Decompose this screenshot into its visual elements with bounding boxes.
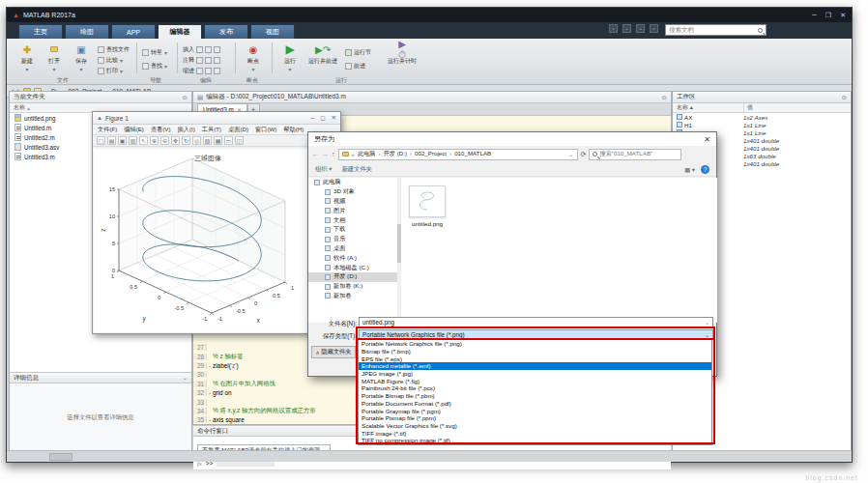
run-advance-button[interactable]: ▶↷ 运行并前进 [306,43,339,66]
dialog-sidebar-item[interactable]: 音乐 [308,235,397,244]
figure-menu-item[interactable]: 查看(V) [151,126,171,134]
dialog-breadcrumb-segment[interactable]: 此电脑 [358,150,376,158]
figure-close-icon[interactable]: ✕ [332,114,336,122]
maximize-icon[interactable]: ❐ [825,12,831,19]
dialog-sidebar-item[interactable]: 本地磁盘 (C:) [308,263,397,272]
filetype-option[interactable]: Portable Bitmap file (*.pbm) [359,392,711,400]
name-column-header[interactable]: 名称 [14,103,25,112]
doc-search-input[interactable]: 搜索文档 [665,24,767,36]
figure-menu-item[interactable]: 编辑(E) [124,126,144,134]
ribbon-tab-4[interactable]: 编辑器 [158,24,202,39]
address-dropdown-icon[interactable]: ⌄ [568,151,573,157]
help-icon[interactable]: ▫ [650,24,658,33]
filetype-option[interactable]: TIFF no compression image (*.tif) [359,437,711,444]
compare-button[interactable]: 比较 ▾ [98,56,123,65]
filetype-option[interactable]: Portable Graymap file (*.pgm) [359,407,711,414]
colorbar-icon[interactable]: ▦ [214,136,222,145]
filetype-option[interactable]: Paintbrush 24-bit file (*.pcx) [359,384,711,392]
dialog-sidebar-item[interactable]: 文档 [308,215,397,225]
new-folder-button[interactable]: 新建文件夹 [342,165,372,174]
dialog-close-icon[interactable]: ✕ [704,135,710,144]
workspace-row[interactable]: H11x1 Line [673,121,851,128]
organize-button[interactable]: 组织 ▾ [315,165,333,174]
legend-icon[interactable]: ▭ [224,136,233,145]
workspace-menu-icon[interactable]: ⊙ [842,94,847,101]
dialog-sidebar-item[interactable]: 桌面 [308,244,397,254]
filename-input[interactable]: untitled.png ⌄ [359,317,713,327]
view-mode-icon[interactable]: ▦ ▾ [684,166,695,173]
dialog-sidebar-item[interactable]: 视频 [308,197,397,207]
print-icon[interactable]: ▥ [129,136,137,145]
ribbon-tab-1[interactable]: 主页 [18,24,63,39]
file-thumbnail[interactable] [409,185,446,217]
zoom-out-icon[interactable]: ⊖ [160,136,169,145]
workspace-row[interactable]: AX1x2 Axes [673,113,851,121]
insert-button[interactable]: 插入 [183,45,220,54]
figure-menu-item[interactable]: 窗口(W) [255,126,276,134]
ribbon-tab-5[interactable]: 发布 [204,24,248,39]
ribbon-tab-6[interactable]: 视图 [250,24,295,39]
filetype-option[interactable]: Scalable Vector Graphics file (*.svg) [359,422,711,430]
dialog-address-bar[interactable]: «此电脑›开发 (D:)›002_Project›010_MATLAB ⌄ [338,149,578,160]
open-icon[interactable]: ▤ [107,136,116,145]
breakpoints-button[interactable]: ◉ 断点▾ [241,43,266,72]
filetype-option[interactable]: Enhanced metafile (*.emf) [359,362,711,370]
dialog-search-input[interactable]: 搜索"010_MATLAB" [589,149,681,160]
advance-button[interactable]: 前进 [345,62,365,71]
dock-icon[interactable]: ◫ [235,136,244,145]
figure-menu-item[interactable]: 帮助(H) [283,126,304,134]
new-button[interactable]: ✚ 新建▾ [14,43,40,72]
dialog-sidebar-item[interactable]: 3D 对象 [308,187,397,197]
filetype-option[interactable]: Portable Document Format (*.pdf) [359,400,711,408]
refresh-icon[interactable]: ⟳ [581,151,587,158]
minimized-panel-tab[interactable] [49,453,72,461]
dialog-back-icon[interactable]: ← [312,151,319,157]
rotate-icon[interactable]: ↻ [182,136,190,145]
dialog-sidebar-item[interactable]: 此电脑 [308,178,397,187]
ribbon-tab-2[interactable]: 绘图 [65,24,109,39]
dialog-sidebar-item[interactable]: 图片 [308,206,397,215]
dialog-sidebar-item[interactable]: 新加卷 (K:) [308,282,397,292]
hide-folders-button[interactable]: ∧ 隐藏文件夹 [311,346,356,358]
panel-menu-icon[interactable]: ⊙ [183,94,188,101]
minimize-icon[interactable]: ─ [812,12,817,19]
filename-dropdown-icon[interactable]: ⌄ [705,319,709,326]
run-time-button[interactable]: ▶⏱ 运行并计时 [386,43,419,66]
dialog-up-icon[interactable]: ↑ [332,151,335,157]
dialog-forward-icon[interactable]: → [322,151,329,157]
indent-button[interactable]: 缩进 [183,67,220,75]
dialog-help-icon[interactable]: ? [701,165,709,174]
pan-icon[interactable]: ✥ [171,136,180,145]
ribbon-tab-3[interactable]: APP [111,24,156,39]
figure-restore-icon[interactable]: ◻ [320,114,325,122]
figure-menu-item[interactable]: 文件(F) [98,126,117,134]
print-button[interactable]: 打印 ▾ [98,67,123,75]
workspace-name-header[interactable]: 名称 ▴ [677,103,743,112]
folder-icon[interactable]: ▫ [622,24,631,33]
brush-icon[interactable]: ▧ [203,136,212,145]
find-files-button[interactable]: 查找文件 [98,45,130,54]
save-button[interactable]: ▣ 保存▾ [69,43,94,72]
new-doc-icon[interactable]: ▢ [97,136,105,145]
figure-menu-item[interactable]: 工具(T) [202,126,221,134]
filetype-option[interactable]: JPEG image (*.jpg) [359,370,711,378]
figure-canvas[interactable]: 051015-1-0.500.51-1-0.500.51三维图像xyz [94,149,339,332]
editor-panel-menu-icon[interactable]: ⊙ [662,94,667,101]
save-icon[interactable]: ▣ [118,136,127,145]
figure-minimize-icon[interactable]: – [311,114,315,122]
dialog-sidebar-item[interactable]: 新加卷 [308,292,397,301]
filetype-option[interactable]: TIFF image (*.tif) [359,429,711,437]
dialog-sidebar-item[interactable]: 开发 (D:) [308,272,397,282]
datatip-icon[interactable]: ◎ [192,136,201,145]
comment-button[interactable]: 注释 [183,56,220,65]
filetype-option[interactable]: EPS file (*.eps) [359,355,711,362]
details-title[interactable]: 详细信息 [14,374,39,383]
command-window-title[interactable]: 命令行窗口 [197,427,229,436]
open-button[interactable]: 打开▾ [42,43,67,72]
dialog-sidebar-item[interactable]: 下载 [308,225,397,235]
goto-button[interactable]: 转至 ▾ [142,48,167,57]
close-icon[interactable]: ✕ [840,12,846,19]
find-button[interactable]: 查找 ▾ [142,62,167,71]
dialog-breadcrumb-segment[interactable]: 开发 (D:) [384,150,407,158]
filetype-option[interactable]: Portable Pixmap file (*.ppm) [359,414,711,422]
